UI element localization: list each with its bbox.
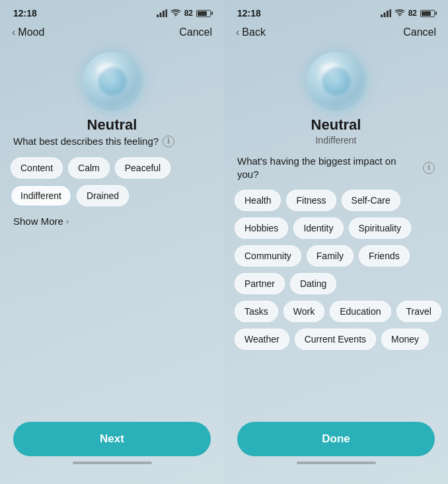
screen-2: 12:18 82 ‹ Back Cancel xyxy=(224,0,448,484)
tag-weather[interactable]: Weather xyxy=(235,329,289,350)
home-indicator-2 xyxy=(297,462,376,464)
tags-row-2-3: Community Family Friends xyxy=(235,245,437,266)
tag-tasks[interactable]: Tasks xyxy=(235,301,278,322)
tag-spirituality[interactable]: Spirituality xyxy=(349,218,412,239)
tags-row-2-4: Partner Dating xyxy=(235,273,437,294)
tag-travel[interactable]: Travel xyxy=(396,301,441,322)
bottom-area-2: Done xyxy=(224,411,448,484)
next-button[interactable]: Next xyxy=(13,422,211,456)
tag-work[interactable]: Work xyxy=(283,301,324,322)
orb-1 xyxy=(83,52,142,111)
tag-self-care[interactable]: Self-Care xyxy=(342,190,400,211)
wifi-icon-2 xyxy=(394,9,405,17)
svg-rect-7 xyxy=(387,11,389,17)
tags-row-2-1: Health Fitness Self-Care xyxy=(235,190,437,211)
tag-identity[interactable]: Identity xyxy=(293,218,343,239)
tag-peaceful[interactable]: Peaceful xyxy=(115,157,170,179)
svg-rect-1 xyxy=(159,13,161,17)
svg-rect-5 xyxy=(381,15,383,17)
tags-area-1: Content Calm Peaceful Indifferent Draine… xyxy=(0,157,224,412)
back-label-2: Back xyxy=(242,26,266,38)
cancel-button-2[interactable]: Cancel xyxy=(403,26,436,38)
svg-point-4 xyxy=(174,15,176,16)
svg-rect-2 xyxy=(163,11,165,17)
svg-rect-6 xyxy=(383,13,385,17)
tag-education[interactable]: Education xyxy=(330,301,391,322)
battery-icon-2 xyxy=(420,10,435,17)
svg-rect-3 xyxy=(165,9,167,17)
status-icons-1: 82 xyxy=(157,9,211,18)
battery-percent-1: 82 xyxy=(184,9,193,18)
mood-title-1: Neutral xyxy=(0,116,224,134)
nav-bar-2: ‹ Back Cancel xyxy=(224,22,448,45)
orb-area-2 xyxy=(224,45,448,116)
tag-current-events[interactable]: Current Events xyxy=(295,329,376,350)
tag-calm[interactable]: Calm xyxy=(68,157,110,179)
info-icon-2[interactable]: ℹ xyxy=(423,162,435,174)
battery-percent-2: 82 xyxy=(408,9,417,18)
question-text-1: What best describes this feeling? xyxy=(13,135,159,148)
tag-money[interactable]: Money xyxy=(381,329,429,350)
svg-point-9 xyxy=(398,15,400,16)
home-indicator-1 xyxy=(73,462,152,464)
orb-inner-2 xyxy=(320,65,353,98)
signal-icon xyxy=(157,9,167,17)
tag-drained[interactable]: Drained xyxy=(77,185,129,206)
signal-icon-2 xyxy=(381,9,391,17)
done-button[interactable]: Done xyxy=(237,422,435,456)
status-bar-2: 12:18 82 xyxy=(224,0,448,22)
tags-row-1-2: Indifferent Drained xyxy=(11,185,213,206)
back-label-1: Mood xyxy=(18,26,44,38)
tag-family[interactable]: Family xyxy=(307,245,354,266)
tags-row-1-1: Content Calm Peaceful xyxy=(11,157,213,179)
svg-rect-0 xyxy=(157,15,159,17)
bottom-area-1: Next xyxy=(0,411,224,484)
show-more-label: Show More xyxy=(13,216,63,227)
tag-fitness[interactable]: Fitness xyxy=(286,190,336,211)
cancel-button-1[interactable]: Cancel xyxy=(179,26,212,38)
tags-row-2-6: Weather Current Events Money xyxy=(235,329,437,350)
tag-friends[interactable]: Friends xyxy=(359,245,410,266)
tags-area-2: Health Fitness Self-Care Hobbies Identit… xyxy=(224,190,448,411)
tag-health[interactable]: Health xyxy=(235,190,281,211)
wifi-icon xyxy=(170,9,181,17)
show-more-arrow-icon: › xyxy=(66,216,69,226)
orb-inner-1 xyxy=(96,65,129,98)
chevron-left-icon-1: ‹ xyxy=(12,26,15,38)
mood-title-2: Neutral xyxy=(224,116,448,134)
battery-icon-1 xyxy=(196,10,211,17)
status-icons-2: 82 xyxy=(381,9,435,18)
question-row-2: What's having the biggest impact on you?… xyxy=(224,155,448,181)
svg-rect-8 xyxy=(389,9,391,17)
chevron-left-icon-2: ‹ xyxy=(236,26,239,38)
tag-partner[interactable]: Partner xyxy=(235,273,285,294)
question-row-1: What best describes this feeling? ℹ xyxy=(0,135,224,148)
time-1: 12:18 xyxy=(13,8,37,19)
nav-bar-1: ‹ Mood Cancel xyxy=(0,22,224,45)
mood-subtitle-2: Indifferent xyxy=(224,135,448,145)
tag-dating[interactable]: Dating xyxy=(290,273,336,294)
time-2: 12:18 xyxy=(237,8,261,19)
question-text-2: What's having the biggest impact on you? xyxy=(237,155,419,181)
tag-indifferent[interactable]: Indifferent xyxy=(11,185,71,206)
orb-2 xyxy=(307,52,366,111)
back-button-1[interactable]: ‹ Mood xyxy=(12,26,44,38)
tag-hobbies[interactable]: Hobbies xyxy=(235,218,288,239)
screen-1: 12:18 82 ‹ Mood xyxy=(0,0,224,484)
back-button-2[interactable]: ‹ Back xyxy=(236,26,266,38)
info-icon-1[interactable]: ℹ xyxy=(163,136,174,147)
orb-area-1 xyxy=(0,45,224,116)
tags-row-2-5: Tasks Work Education Travel xyxy=(235,301,437,322)
tags-row-2-2: Hobbies Identity Spirituality xyxy=(235,218,437,239)
tag-community[interactable]: Community xyxy=(235,245,301,266)
tag-content[interactable]: Content xyxy=(11,157,63,179)
show-more-button[interactable]: Show More › xyxy=(11,213,213,227)
status-bar-1: 12:18 82 xyxy=(0,0,224,22)
